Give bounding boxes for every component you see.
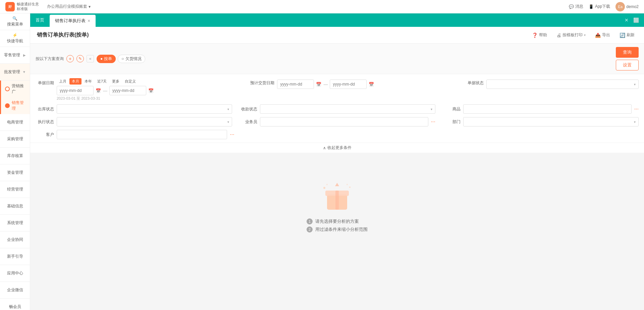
sidebar-sub-wholesale: 营销推广 销售管理 — [0, 81, 30, 114]
customer-cell: 客户 ··· — [36, 130, 234, 139]
breadcrumb[interactable]: 办公用品行业模拟账套 ▾ — [47, 4, 91, 9]
exec-select[interactable]: ▾ — [57, 117, 232, 126]
export-btn[interactable]: 📤 导出 — [592, 31, 613, 39]
tab-home-label: 首页 — [36, 17, 44, 23]
scheme-tag-quehuo[interactable]: ○ 欠货情况 — [118, 55, 145, 63]
scheme-collapse-btn[interactable]: « — [87, 55, 94, 62]
filter-section-row3: 执行状态 ▾ 业务员 ··· — [30, 114, 644, 126]
print-btn[interactable]: 🖨 按模板打印 ▾ — [554, 31, 588, 39]
tab-close-window-btn[interactable]: ✕ — [623, 16, 631, 24]
scheme-add-btn[interactable]: + — [66, 55, 74, 62]
sales-dot — [5, 103, 10, 108]
scheme-edit-btn[interactable]: ✎ — [76, 55, 84, 62]
sidebar-item-system[interactable]: 系统管理 — [0, 215, 30, 231]
sidebar-item-membership[interactable]: 畅会员 — [0, 299, 30, 310]
corpwechat-label: 企业微信 — [7, 287, 23, 293]
goods-input[interactable] — [463, 104, 632, 114]
help-icon: ❓ — [532, 33, 538, 38]
expected-date-from-input[interactable] — [277, 80, 314, 89]
tab-close-icon[interactable]: × — [88, 18, 90, 23]
query-button[interactable]: 查询 — [616, 47, 639, 58]
quicknav-icon: ⚡ — [12, 33, 17, 38]
sidebar-item-app-center[interactable]: 应用中心 — [0, 265, 30, 282]
retail-label: 零售管理 — [4, 52, 20, 58]
tab-bar-spacer — [96, 13, 619, 27]
search-icon: 🔍 — [12, 16, 17, 21]
dept-dropdown-icon: ▾ — [634, 120, 636, 124]
customer-input[interactable] — [57, 130, 227, 139]
sidebar-item-retail[interactable]: 零售管理 ▶ — [0, 47, 30, 64]
date-tab-thisyear[interactable]: 本年 — [82, 78, 94, 85]
date-label: 单据日期 — [36, 80, 54, 86]
empty-step-2: 2 用过滤条件来缩小分析范围 — [307, 226, 368, 232]
filter-section-row2: 出库状态 ▾ 收款状态 — [30, 101, 644, 114]
sidebar-item-corp-wechat[interactable]: 企业微信 — [0, 282, 30, 299]
date-field: 单据日期 上月 本月 本年 近7天 更多 自定义 — [36, 78, 244, 101]
date-to-calendar-icon[interactable]: 📅 — [148, 88, 154, 93]
salesperson-label: 业务员 — [239, 119, 257, 125]
expected-date-to-input[interactable] — [330, 80, 367, 89]
sidebar-item-purchase[interactable]: 采购管理 — [0, 131, 30, 148]
expected-date-label: 预计交货日期 — [250, 80, 274, 86]
sidebar-item-marketing[interactable]: 营销推广 — [1, 81, 30, 97]
print-dropdown-icon: ▾ — [584, 33, 586, 37]
salesperson-dots-icon[interactable]: ··· — [431, 119, 435, 125]
date-tab-custom[interactable]: 自定义 — [122, 78, 138, 85]
app-download-action[interactable]: 📱 App下载 — [589, 4, 610, 9]
date-tab-thismonth[interactable]: 本月 — [69, 78, 82, 85]
salesperson-input[interactable] — [260, 117, 428, 126]
expected-to-calendar-icon[interactable]: 📅 — [369, 82, 374, 87]
sidebar-item-wholesale[interactable]: 批发管理 ▼ — [0, 64, 30, 81]
goods-dots-icon[interactable]: ··· — [634, 106, 639, 112]
message-action[interactable]: 💬 消息 — [569, 4, 583, 9]
date-from-calendar-icon[interactable]: 📅 — [96, 88, 101, 93]
expected-date-field: 预计交货日期 📅 — 📅 — [250, 78, 458, 89]
status-field-content: ▾ — [486, 78, 639, 89]
date-tab-more[interactable]: 更多 — [110, 78, 122, 85]
payment-select[interactable]: ▾ — [260, 104, 435, 114]
sidebar-search[interactable]: 🔍 搜索菜单 — [0, 13, 30, 30]
help-btn[interactable]: ❓ 帮助 — [529, 31, 550, 39]
sidebar-item-inventory[interactable]: 库存核算 — [0, 148, 30, 164]
svg-rect-2 — [335, 191, 339, 210]
expected-date-sep: — — [323, 82, 328, 87]
sidebar-item-corp[interactable]: 企业协同 — [0, 231, 30, 248]
date-tab-7days[interactable]: 近7天 — [95, 78, 109, 85]
status-select[interactable]: ▾ — [486, 80, 639, 89]
collapse-bar[interactable]: ∧ 收起更多条件 — [30, 143, 644, 153]
main-layout: 🔍 搜索菜单 ⚡ 快捷导航 零售管理 ▶ 批发管理 ▼ 营销推广 销售管理 电 — [0, 13, 644, 310]
app-download-icon: 📱 — [589, 4, 594, 9]
empty-steps: 1 请先选择要分析的方案 2 用过滤条件来缩小分析范围 — [307, 218, 368, 232]
newbie-label: 新手引导 — [7, 254, 23, 259]
date-tab-lastmonth[interactable]: 上月 — [57, 78, 69, 85]
refresh-btn[interactable]: 🔄 刷新 — [617, 31, 637, 39]
wholesale-label: 批发管理 — [4, 69, 20, 75]
settings-button[interactable]: 设置 — [616, 60, 639, 70]
scheme-tag-label: 按单 — [104, 56, 112, 62]
payment-content: ▾ — [260, 104, 435, 114]
step-num-1: 1 — [307, 218, 313, 224]
sidebar-item-newbie[interactable]: 新手引导 — [0, 248, 30, 265]
sidebar-item-finance[interactable]: 资金管理 — [0, 164, 30, 181]
corp-label: 企业协同 — [7, 237, 23, 243]
tab-restore-btn[interactable]: ⬜ — [632, 16, 640, 24]
date-to-input[interactable] — [109, 86, 146, 95]
sidebar-item-sales[interactable]: 销售管理 — [1, 97, 30, 114]
sidebar-item-basic[interactable]: 基础信息 — [0, 198, 30, 215]
scheme-tag-danju[interactable]: ● 按单 — [97, 55, 116, 63]
filter-panel: 按以下方案查询 + ✎ « ● 按单 — [30, 44, 644, 153]
customer-dots-icon[interactable]: ··· — [230, 132, 234, 138]
expected-from-calendar-icon[interactable]: 📅 — [316, 82, 321, 87]
tab-home[interactable]: 首页 — [30, 13, 50, 27]
sidebar-item-quick-nav[interactable]: ⚡ 快捷导航 — [0, 30, 30, 47]
delivery-select[interactable]: ▾ — [57, 104, 232, 114]
tab-sales-order-exec[interactable]: 销售订单执行表 × — [50, 15, 96, 27]
svg-point-3 — [323, 187, 325, 189]
tab-sales-order-label: 销售订单执行表 — [55, 18, 86, 24]
user-action[interactable]: Ea demo2 — [615, 2, 639, 11]
expected-date-inputs-row: 📅 — 📅 — [277, 80, 458, 89]
sidebar-item-ops[interactable]: 经营管理 — [0, 181, 30, 198]
dept-select[interactable]: ▾ — [463, 117, 639, 126]
sidebar-item-ecommerce[interactable]: 电商管理 — [0, 114, 30, 131]
date-from-input[interactable] — [57, 86, 94, 95]
